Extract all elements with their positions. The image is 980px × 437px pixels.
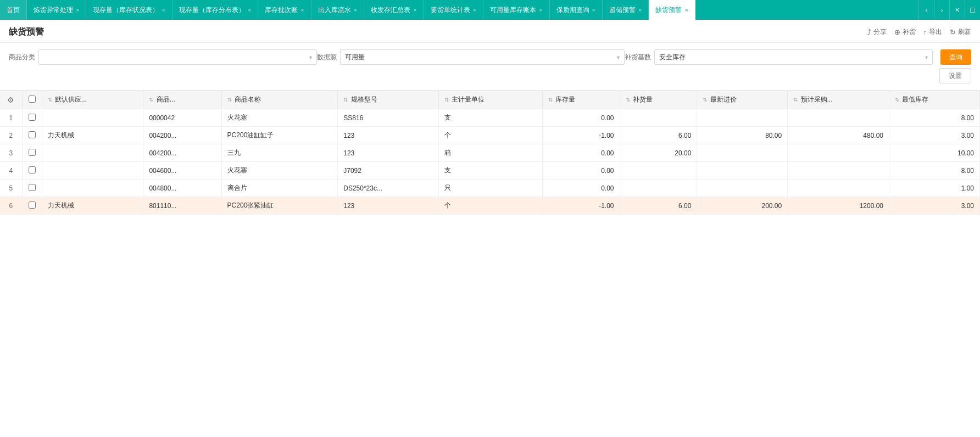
table-row: 3 004200... 三九 123 箱 0.00 20.00 10.00 — [0, 144, 980, 162]
column-stock: ⇅ 库存量 — [542, 91, 620, 109]
export-icon: ↑ — [923, 28, 927, 36]
replenish-button[interactable]: ⊕ 补货 — [894, 27, 916, 37]
row-checkbox[interactable] — [29, 166, 36, 173]
tab-abnormal-close[interactable]: × — [76, 7, 79, 13]
row-product-code: 801110... — [143, 197, 221, 215]
row-checkbox[interactable] — [29, 131, 36, 138]
tab-batch-close[interactable]: × — [300, 7, 304, 13]
gear-icon[interactable]: ⚙ — [7, 96, 14, 104]
row-stock: 0.00 — [542, 109, 620, 127]
row-checkbox[interactable] — [29, 201, 36, 209]
filter-category-section: 商品分类 ▾ — [9, 49, 317, 65]
row-product-code: 004600... — [143, 162, 221, 180]
share-button[interactable]: ⤴ 分享 — [867, 27, 887, 37]
query-button[interactable]: 查询 — [940, 49, 971, 65]
column-default-supplier: ⇅ 默认供应... — [42, 91, 143, 109]
tab-receive-summary[interactable]: 收发存汇总表 × — [364, 0, 424, 20]
row-spec: 123 — [338, 144, 439, 162]
row-est-purchase — [788, 180, 889, 197]
row-number: 2 — [0, 127, 22, 144]
export-button[interactable]: ↑ 导出 — [923, 27, 943, 37]
row-replenish-qty: 6.00 — [620, 197, 697, 215]
filter-datasource-select[interactable]: 可用量 ▾ — [340, 49, 625, 65]
tab-restore-button[interactable]: □ — [965, 0, 980, 20]
row-product-name: PC200张紧油缸 — [221, 197, 338, 215]
row-stock: -1.00 — [542, 127, 620, 144]
row-min-stock: 8.00 — [889, 109, 980, 127]
row-unit: 只 — [438, 180, 542, 197]
row-spec: SS816 — [338, 109, 439, 127]
tab-inout-flow[interactable]: 出入库流水 × — [311, 0, 364, 20]
filter-replenish-select[interactable]: 安全库存 ▾ — [654, 49, 933, 65]
row-product-name: 离合片 — [221, 180, 338, 197]
tab-receive-summary-close[interactable]: × — [413, 7, 416, 13]
filter-datasource-arrow: ▾ — [617, 54, 620, 60]
tab-overstock-close[interactable]: × — [638, 7, 642, 13]
row-spec: 123 — [338, 127, 439, 144]
row-min-stock: 8.00 — [889, 162, 980, 180]
row-checkbox-cell — [22, 109, 42, 127]
row-checkbox[interactable] — [29, 184, 36, 191]
main-content: 缺货预警 ⤴ 分享 ⊕ 补货 ↑ 导出 ↻ 刷新 商品分类 — [0, 20, 980, 437]
row-latest-price — [697, 162, 788, 180]
tab-next-button[interactable]: › — [934, 0, 949, 20]
tab-inventory-status-close[interactable]: × — [162, 7, 165, 13]
tab-demand-stats-close[interactable]: × — [473, 7, 476, 13]
row-checkbox[interactable] — [29, 149, 36, 156]
page-title: 缺货预警 — [9, 26, 44, 38]
tab-bar: 首页 炼货异常处理 × 现存量（库存状况表） × 现存量（库存分布表） × 库存… — [0, 0, 980, 20]
row-est-purchase — [788, 109, 889, 127]
row-checkbox-cell — [22, 197, 42, 215]
row-default-supplier — [42, 162, 143, 180]
tab-home[interactable]: 首页 — [0, 0, 27, 20]
tab-inventory-dist-close[interactable]: × — [248, 7, 251, 13]
column-est-purchase: ⇅ 预计采购... — [788, 91, 889, 109]
filter-datasource-value: 可用量 — [345, 53, 365, 62]
column-product-code: ⇅ 商品... — [143, 91, 221, 109]
column-min-stock: ⇅ 最低库存 — [889, 91, 980, 109]
row-spec: J7092 — [338, 162, 439, 180]
filter-actions: 查询 设置 — [933, 49, 971, 83]
tab-expiry[interactable]: 保质期查询 × — [550, 0, 603, 20]
tab-expiry-close[interactable]: × — [592, 7, 595, 13]
row-replenish-qty — [620, 109, 697, 127]
row-spec: DS250*23c... — [338, 180, 439, 197]
tab-available-ledger[interactable]: 可用量库存账本 × — [483, 0, 549, 20]
tab-inventory-status[interactable]: 现存量（库存状况表） × — [86, 0, 172, 20]
tab-shortage[interactable]: 缺货预警 × — [649, 0, 695, 20]
row-default-supplier — [42, 109, 143, 127]
select-all-checkbox[interactable] — [29, 96, 36, 103]
column-gear: ⚙ — [0, 91, 22, 109]
tab-abnormal[interactable]: 炼货异常处理 × — [27, 0, 86, 20]
row-min-stock: 3.00 — [889, 197, 980, 215]
data-table: ⚙ ⇅ 默认供应... ⇅ 商品... ⇅ 商品名称 — [0, 91, 980, 215]
tab-batch[interactable]: 库存批次账 × — [258, 0, 311, 20]
tab-shortage-close[interactable]: × — [684, 7, 688, 13]
tab-inout-flow-close[interactable]: × — [354, 7, 357, 13]
row-product-name: 三九 — [221, 144, 338, 162]
table-row: 6 力天机械 801110... PC200张紧油缸 123 个 -1.00 6… — [0, 197, 980, 215]
table-row: 5 004800... 离合片 DS250*23c... 只 0.00 1.00 — [0, 180, 980, 197]
tab-demand-stats[interactable]: 要货单统计表 × — [424, 0, 483, 20]
column-checkbox — [22, 91, 42, 109]
filter-datasource-label: 数据源 — [317, 53, 337, 62]
tab-close-all-button[interactable]: × — [949, 0, 965, 20]
filter-replenish-value: 安全库存 — [659, 53, 686, 62]
row-checkbox[interactable] — [29, 114, 36, 121]
tab-prev-button[interactable]: ‹ — [918, 0, 934, 20]
row-product-name: 火花塞 — [221, 109, 338, 127]
tab-inventory-dist[interactable]: 现存量（库存分布表） × — [172, 0, 258, 20]
row-number: 6 — [0, 197, 22, 215]
refresh-button[interactable]: ↻ 刷新 — [950, 27, 971, 37]
table-row: 1 0000042 火花塞 SS816 支 0.00 8.00 — [0, 109, 980, 127]
filter-category-select[interactable]: ▾ — [38, 49, 317, 65]
row-replenish-qty — [620, 162, 697, 180]
sort-icon: ⇅ — [444, 97, 449, 103]
tab-overstock[interactable]: 超储预警 × — [603, 0, 649, 20]
settings-button[interactable]: 设置 — [939, 68, 971, 83]
row-latest-price — [697, 180, 788, 197]
row-unit: 个 — [438, 197, 542, 215]
row-number: 5 — [0, 180, 22, 197]
tab-available-ledger-close[interactable]: × — [539, 7, 542, 13]
row-est-purchase: 480.00 — [788, 127, 889, 144]
